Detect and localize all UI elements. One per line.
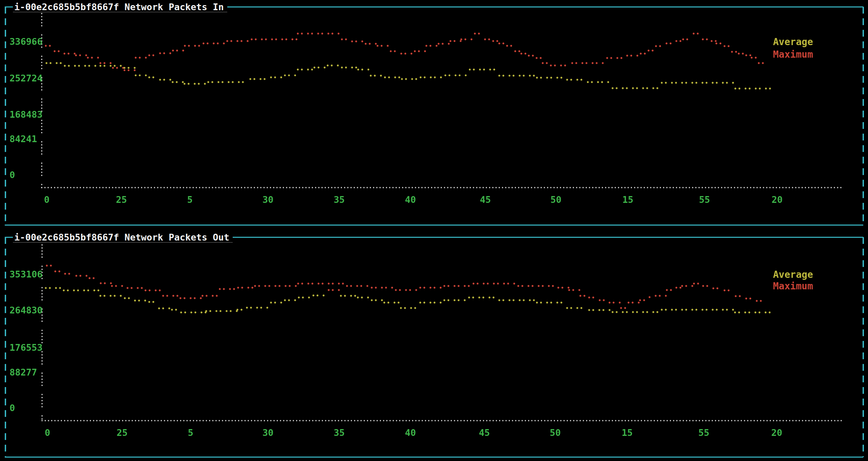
x-tick-label: 25 [116, 194, 127, 205]
x-tick-label: 50 [551, 194, 562, 205]
x-tick-label: 40 [405, 194, 416, 205]
y-tick-label: 353106 [9, 269, 43, 280]
x-tick-label: 15 [622, 194, 634, 205]
y-tick-label: 264830 [9, 305, 43, 315]
panel-border-left [5, 7, 6, 225]
x-tick-label: 35 [334, 427, 345, 438]
y-tick-label: 176553 [9, 342, 43, 353]
y-tick-label: 88277 [9, 367, 37, 378]
x-tick-label: 25 [117, 427, 128, 438]
x-tick-label: 45 [479, 427, 490, 438]
x-tick-label: 0 [44, 194, 50, 205]
panel-border-left [5, 237, 6, 457]
legend-entry-average: Average [773, 36, 813, 47]
panel-border-right [863, 7, 864, 225]
x-tick-label: 30 [263, 427, 274, 438]
x-tick-label: 50 [550, 427, 561, 438]
chart-title: i-00e2c685b5bf8667f Network Packets In [13, 2, 227, 12]
x-tick-label: 40 [405, 427, 416, 438]
panel-border-right [863, 237, 864, 457]
x-tick-label: 55 [698, 427, 710, 438]
panel-border-bottom [5, 225, 863, 226]
terminal-screen: i-00e2c685b5bf8667f Network Packets In33… [0, 0, 868, 461]
y-tick-label: 252724 [9, 73, 43, 83]
y-tick-label: 336966 [9, 36, 43, 47]
x-tick-label: 20 [772, 194, 783, 205]
x-tick-label: 15 [622, 427, 633, 438]
y-tick-label: 84241 [9, 134, 37, 144]
chart-title: i-00e2c685b5bf8667f Network Packets Out [13, 232, 233, 243]
x-tick-label: 35 [334, 194, 345, 205]
x-tick-label: 20 [771, 427, 783, 438]
x-tick-label: 55 [699, 194, 710, 205]
x-tick-label: 5 [188, 427, 193, 438]
y-tick-label: 0 [9, 403, 15, 413]
plots-canvas [0, 0, 868, 461]
legend-entry-maximum: Maximum [773, 281, 813, 292]
x-tick-label: 45 [480, 194, 491, 205]
panel-border-bottom [5, 457, 863, 458]
x-tick-label: 0 [45, 427, 50, 438]
y-tick-label: 168483 [9, 109, 43, 120]
x-tick-label: 5 [187, 194, 193, 205]
legend-entry-maximum: Maximum [773, 49, 813, 60]
y-tick-label: 0 [9, 170, 15, 180]
legend-entry-average: Average [773, 269, 813, 280]
x-tick-label: 30 [263, 194, 274, 205]
